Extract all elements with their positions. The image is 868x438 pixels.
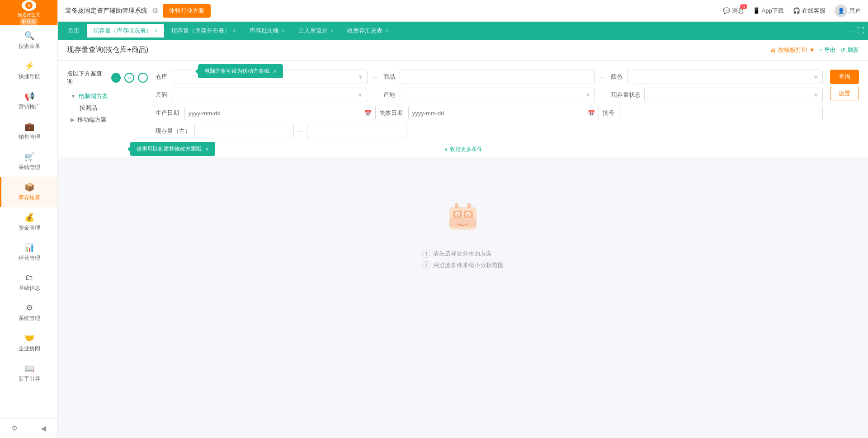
- scheme-item-desktop-sub[interactable]: 按照品: [67, 102, 148, 114]
- batch-no-input[interactable]: [619, 106, 823, 120]
- messages-badge: 6: [740, 4, 747, 9]
- batch-no-input-field[interactable]: [623, 110, 819, 117]
- warehouse-dots[interactable]: ···: [371, 74, 380, 80]
- tab-inout-flow[interactable]: 出入库流水 ×: [292, 24, 340, 38]
- goods-input[interactable]: [400, 70, 595, 84]
- reset-btn[interactable]: 设置: [830, 87, 859, 100]
- color-select[interactable]: ▼: [627, 70, 823, 84]
- sidebar-item-basic[interactable]: 🗂 基础信息: [0, 268, 57, 297]
- scheme-create-text: 这里可以创建和修改方案哦: [137, 145, 202, 153]
- hint-num-2: 2: [422, 261, 430, 269]
- sidebar-item-operations[interactable]: 📊 经营管理: [0, 237, 57, 268]
- user-btn[interactable]: 👤 用户: [835, 5, 861, 17]
- chevron-up-icon: ∧: [444, 146, 448, 153]
- range-separator: —: [297, 128, 303, 135]
- sidebar-item-purchase[interactable]: 🛒 采购管理: [0, 146, 57, 177]
- arrow-scheme-btn[interactable]: ←: [138, 73, 148, 83]
- expire-date-input: 📅: [408, 106, 599, 120]
- sidebar-item-quicknav[interactable]: ⚡ 快捷导航: [0, 56, 57, 86]
- prod-date-from[interactable]: [185, 110, 361, 117]
- tab-label: 现存量（库存分布表）: [171, 27, 230, 35]
- edit-scheme-btn[interactable]: ○: [124, 73, 134, 83]
- sidebar-item-finance[interactable]: 💰 资金管理: [0, 207, 57, 237]
- chevron-down-icon: ▼: [585, 92, 591, 99]
- marketing-icon: 📢: [24, 91, 34, 101]
- expand-icon: ▶: [71, 117, 75, 123]
- export-btn[interactable]: ↑ 导出: [820, 46, 836, 54]
- prod-date-label: 生产日期: [156, 109, 181, 117]
- origin-field: 产地 ▼: [383, 88, 595, 102]
- stock-qty-from-field[interactable]: [195, 128, 293, 135]
- origin-select[interactable]: ▼: [400, 88, 595, 102]
- messages-btn[interactable]: 💬 消息 6: [723, 7, 744, 15]
- sidebar-item-marketing[interactable]: 📢 营销推广: [0, 86, 57, 116]
- stock-qty-field: 现存量（主） —: [156, 124, 823, 138]
- stock-qty-to-field[interactable]: [307, 128, 406, 135]
- tab-inventory-dist[interactable]: 现存量（库存分布表） ×: [165, 24, 242, 38]
- close-icon[interactable]: ×: [385, 28, 388, 34]
- add-scheme-btn[interactable]: +: [111, 73, 121, 83]
- calendar-icon[interactable]: 📅: [361, 110, 375, 117]
- tabs-right: — ⛶: [846, 27, 864, 35]
- settings-icon[interactable]: ⚙: [152, 6, 158, 15]
- online-support-btn[interactable]: 🎧 在线客服: [793, 7, 826, 15]
- scheme-panel: 按以下方案查询 + ○ ← ▼ 电脑端方案 按照品: [67, 66, 148, 133]
- tab-receive-summary[interactable]: 收发存汇总表 ×: [341, 24, 395, 38]
- prod-date-input: 📅: [184, 106, 376, 120]
- scheme-create-close[interactable]: ×: [205, 146, 209, 153]
- headset-icon: 🎧: [793, 7, 800, 14]
- empty-state: 1 请先选择要分析的方案 2 用过滤条件来缩小分析范围: [58, 157, 868, 307]
- size-field: 尺码 ▼: [156, 88, 367, 102]
- app-name: 畅通好生意: [18, 12, 40, 18]
- stock-status-label: 现存量状态: [611, 91, 641, 99]
- stock-status-field: 现存量状态 ▼: [611, 88, 823, 102]
- page-title: 现存量查询(按仓库+商品): [67, 45, 148, 55]
- goods-input-field[interactable]: [404, 74, 591, 80]
- size-select[interactable]: ▼: [172, 88, 367, 102]
- tab-label: 库存批次账: [250, 27, 279, 35]
- minus-icon[interactable]: —: [846, 27, 854, 35]
- tab-label: 出入库流水: [298, 27, 328, 35]
- tab-inventory-status[interactable]: 现存量（库存状况表） ×: [87, 24, 164, 38]
- app-download-btn[interactable]: 📱 App下载: [753, 7, 784, 15]
- close-icon[interactable]: ×: [282, 28, 285, 34]
- sidebar-item-sales[interactable]: 💼 销售管理: [0, 116, 57, 146]
- user-label: 用户: [849, 7, 861, 15]
- export-label: 导出: [824, 46, 836, 54]
- refresh-btn[interactable]: ↺ 刷新: [840, 46, 859, 54]
- collapse-btn[interactable]: ◀: [41, 424, 46, 433]
- sidebar-item-guide[interactable]: 📖 新手引导: [0, 358, 57, 388]
- expire-date-from[interactable]: [409, 110, 585, 117]
- scheme-item-mobile[interactable]: ▶ 移动端方案: [67, 114, 148, 126]
- tab-home[interactable]: 首页: [61, 24, 86, 38]
- svg-point-10: [457, 214, 458, 216]
- sidebar-item-label: 快捷导航: [19, 73, 40, 80]
- trial-btn[interactable]: 体验行业方案: [163, 4, 211, 18]
- purchase-icon: 🛒: [24, 152, 34, 162]
- color-label: 颜色: [611, 73, 623, 81]
- size-label: 尺码: [156, 91, 168, 99]
- maximize-icon[interactable]: ⛶: [857, 27, 864, 35]
- scheme-item-desktop[interactable]: ▼ 电脑端方案: [67, 90, 148, 102]
- close-icon[interactable]: ×: [233, 28, 236, 34]
- calendar-icon[interactable]: 📅: [584, 110, 599, 117]
- tab-batch-ledger[interactable]: 库存批次账 ×: [243, 24, 291, 38]
- search-btn[interactable]: 查询: [830, 70, 859, 84]
- close-icon[interactable]: ×: [155, 28, 158, 34]
- template-print-btn[interactable]: 🖨 按模板打印 ▼: [770, 46, 815, 54]
- settings-btn[interactable]: ⚙: [11, 424, 18, 433]
- sidebar-item-system[interactable]: ⚙ 系统管理: [0, 297, 57, 328]
- sidebar-item-search[interactable]: 🔍 搜索菜单: [0, 25, 57, 56]
- close-icon[interactable]: ×: [330, 28, 334, 34]
- scheme-create-tooltip: 这里可以创建和修改方案哦 ×: [130, 142, 215, 156]
- sidebar-item-inventory[interactable]: 📦 库存核算: [0, 177, 57, 207]
- sidebar-item-enterprise[interactable]: 🤝 企业协同: [0, 328, 57, 358]
- scheme-tree: ▼ 电脑端方案 按照品 ▶ 移动端方案: [67, 90, 148, 129]
- home-tab-label: 首页: [68, 27, 80, 35]
- sidebar-item-label: 企业协同: [19, 345, 40, 353]
- enterprise-icon: 🤝: [24, 333, 34, 343]
- stock-status-select[interactable]: ▼: [644, 88, 823, 102]
- goods-dots[interactable]: ···: [599, 74, 607, 80]
- plan-tooltip-close[interactable]: ×: [273, 68, 277, 75]
- filter-header: 按以下方案查询 + ○ ←: [67, 70, 148, 86]
